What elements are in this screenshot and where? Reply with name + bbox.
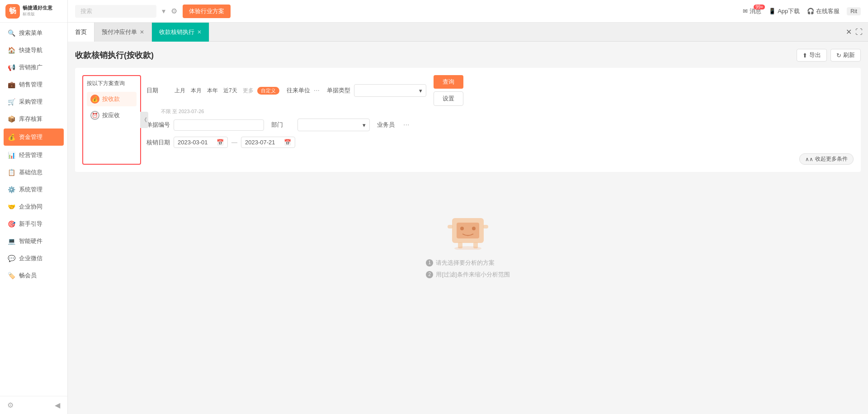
calendar-icon: 📅 [284,139,291,146]
doc-no-field: 单据编号 [146,119,264,131]
doc-no-input[interactable] [174,119,264,131]
this-year-btn[interactable]: 本年 [205,86,220,95]
finance-icon: 💰 [7,133,15,141]
staff-input[interactable]: ··· [403,121,409,129]
sidebar-item-label: 采购管理 [19,98,42,106]
refresh-button[interactable]: ↻ 刷新 [830,49,861,62]
topbar: 搜索 ▾ ⚙ 体验行业方案 ✉ 消息 99+ 📱 App下载 🎧 在线客服 Ri… [68,0,868,23]
date-shortcuts: 上月 本月 本年 近7天 更多 自定义 [173,86,279,95]
sidebar-logo: 畅 畅捷通好生意 标准版 [0,0,67,23]
inventory-icon: 📦 [7,115,15,123]
sidebar-item-basic-info[interactable]: 📋 基础信息 [0,164,67,181]
doc-no-label: 单据编号 [146,121,170,129]
last-month-btn[interactable]: 上月 [173,86,187,95]
tab-receipt-offset[interactable]: 收款核销执行 ✕ [152,23,209,42]
empty-state: 1 请先选择要分析的方案 2 用[过滤]条件来缩小分析范围 [75,177,861,308]
message-button[interactable]: ✉ 消息 99+ [743,7,761,15]
filter-option-by-receivable[interactable]: ⏰ 按应收 [87,108,137,123]
collapse-sidebar-icon[interactable]: ◀ [55,401,60,409]
tab-prepay[interactable]: 预付冲应付单 ✕ [94,23,152,42]
filter-collapse-button[interactable]: 《 [140,112,148,128]
logo-subtitle: 标准版 [23,11,52,17]
filter-option-by-receipt[interactable]: 💰 按收款 [87,92,137,106]
member-icon: 🏷️ [7,272,15,279]
more-dates-btn[interactable]: 更多 [241,86,255,95]
settings-footer-icon[interactable]: ⚙ [7,401,14,409]
calendar-icon: 📅 [217,139,224,146]
sidebar-item-guide[interactable]: 🎯 新手引导 [0,215,67,233]
empty-illustration [445,205,491,250]
receipt-icon: 💰 [90,95,99,104]
sidebar-item-operation[interactable]: 📊 经营管理 [0,147,67,164]
sidebar-item-label: 搜索菜单 [19,29,42,37]
sidebar-item-label: 畅会员 [19,271,37,280]
main-area: 搜索 ▾ ⚙ 体验行业方案 ✉ 消息 99+ 📱 App下载 🎧 在线客服 Ri… [68,0,868,414]
sidebar-item-purchase[interactable]: 🛒 采购管理 [0,93,67,110]
query-row-doc: 单据编号 部门 ▾ 业务员 [146,119,854,131]
filter-option-receivable-label: 按应收 [102,111,120,119]
page-title-bar: 收款核销执行(按收款) ⬆ 导出 ↻ 刷新 [75,49,861,62]
message-icon: ✉ [743,8,748,14]
operation-icon: 📊 [7,152,15,159]
sidebar-item-marketing[interactable]: 📢 营销推广 [0,59,67,76]
tab-receipt-offset-close-icon[interactable]: ✕ [197,29,202,35]
dept-select[interactable]: ▾ [297,119,370,131]
offset-date-start-input[interactable]: 2023-03-01 📅 [174,137,228,148]
filter-title: 按以下方案查询 [87,80,137,87]
sidebar-item-member[interactable]: 🏷️ 畅会员 [0,267,67,284]
tabbar: 首页 预付冲应付单 ✕ 收款核销执行 ✕ ✕ ⛶ [68,23,868,42]
close-tab-button[interactable]: ✕ [846,28,852,36]
topbar-right: ✉ 消息 99+ 📱 App下载 🎧 在线客服 Rit [743,7,861,15]
filter-panel: 按以下方案查询 💰 按收款 ⏰ 按应收 《 [75,68,861,172]
date-limit-text: 不限 至 2023-07-26 [161,109,204,114]
sidebar-item-label: 快捷导航 [19,46,42,54]
sidebar-item-finance[interactable]: 💰 资金管理 [4,128,64,146]
online-service-button[interactable]: 🎧 在线客服 [807,7,840,15]
collapse-more-button[interactable]: ∧∧ 收起更多条件 [799,153,854,165]
tab-home[interactable]: 首页 [68,23,94,42]
gear-icon[interactable]: ⚙ [171,7,177,15]
query-row-offset-date: 核销日期 2023-03-01 📅 — 2023-07-21 📅 [146,137,854,148]
headset-icon: 🎧 [807,8,814,14]
last-7-days-btn[interactable]: 近7天 [222,86,239,95]
purchase-icon: 🛒 [7,98,15,105]
this-month-btn[interactable]: 本月 [189,86,203,95]
counterparty-input[interactable]: ··· [314,86,320,95]
sidebar-item-hardware[interactable]: 💻 智能硬件 [0,233,67,250]
app-download-button[interactable]: 📱 App下载 [769,7,800,15]
tab-prepay-close-icon[interactable]: ✕ [140,29,144,35]
export-icon: ⬆ [802,52,807,59]
svg-point-2 [460,227,464,230]
sidebar-item-label: 企业微信 [19,254,42,262]
settings-button[interactable]: 设置 [434,91,463,106]
offset-date-end-input[interactable]: 2023-07-21 📅 [241,137,295,148]
date-field: 日期 上月 本月 本年 近7天 更多 自定义 [146,86,279,95]
logo-text: 畅捷通好生意 标准版 [23,5,52,17]
system-icon: ⚙️ [7,186,15,193]
sidebar: 畅 畅捷通好生意 标准版 🔍 搜索菜单 🏠 快捷导航 📢 营销推广 💼 销售管理… [0,0,68,414]
solution-button[interactable]: 体验行业方案 [183,5,231,18]
sidebar-item-wechat[interactable]: 💬 企业微信 [0,250,67,267]
date-label: 日期 [146,86,169,95]
sidebar-item-label: 基础信息 [19,168,42,176]
tab-home-label: 首页 [75,28,87,36]
chevron-down-icon[interactable]: ▾ [162,7,165,15]
sidebar-item-enterprise[interactable]: 🤝 企业协同 [0,198,67,215]
query-button[interactable]: 查询 [434,75,463,89]
search-box[interactable]: 搜索 [75,5,156,18]
export-button[interactable]: ⬆ 导出 [797,49,827,62]
user-menu[interactable]: Rit [847,7,861,15]
expand-tab-button[interactable]: ⛶ [855,28,863,36]
sidebar-item-label: 系统管理 [19,186,42,194]
custom-date-tag[interactable]: 自定义 [257,87,279,95]
doc-type-select[interactable]: ▾ [354,84,426,97]
sidebar-item-system[interactable]: ⚙️ 系统管理 [0,181,67,198]
sidebar-item-search-menu[interactable]: 🔍 搜索菜单 [0,24,67,42]
sidebar-item-inventory[interactable]: 📦 库存核算 [0,110,67,128]
query-row-date: 日期 上月 本月 本年 近7天 更多 自定义 [146,75,854,106]
sidebar-item-quick-nav[interactable]: 🏠 快捷导航 [0,42,67,59]
sidebar-item-label: 企业协同 [19,203,42,211]
refresh-icon: ↻ [836,52,841,59]
sidebar-item-sales[interactable]: 💼 销售管理 [0,76,67,93]
tabbar-actions: ✕ ⛶ [840,28,868,36]
